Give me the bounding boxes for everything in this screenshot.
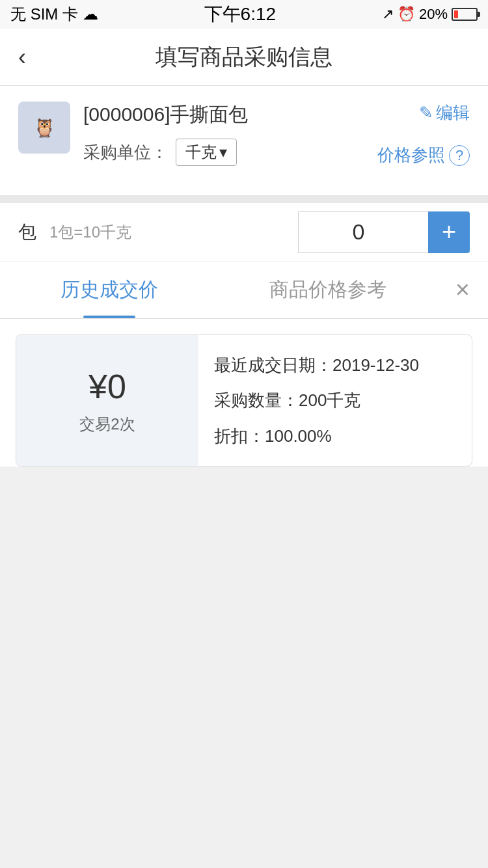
product-info: [0000006]手撕面包 采购单位： 千克 ▾ bbox=[83, 102, 248, 166]
product-thumbnail: 🦉 bbox=[18, 102, 70, 154]
quantity-input[interactable] bbox=[298, 211, 428, 253]
product-header: 🦉 [0000006]手撕面包 采购单位： 千克 ▾ ✎ 编辑 价格参照 bbox=[18, 102, 470, 167]
history-qty: 采购数量：200千克 bbox=[214, 388, 456, 412]
quantity-plus-button[interactable]: + bbox=[428, 211, 470, 253]
history-price-section: ¥0 交易2次 bbox=[16, 335, 198, 466]
history-price-value: ¥0 bbox=[88, 367, 126, 406]
tab-history-price[interactable]: 历史成交价 bbox=[0, 262, 219, 318]
sim-label: 无 SIM 卡 ☁ bbox=[10, 4, 98, 25]
product-thumb-icon: 🦉 bbox=[33, 117, 56, 139]
history-trades-count: 交易2次 bbox=[79, 414, 135, 435]
quantity-unit-note: 1包=10千克 bbox=[49, 222, 285, 243]
panel-tabs: 历史成交价 商品价格参考 × bbox=[0, 262, 488, 319]
chevron-down-icon: ▾ bbox=[219, 143, 227, 161]
price-ref-button[interactable]: 价格参照 ? bbox=[377, 144, 470, 167]
status-right: ↗ ⏰ 20% bbox=[382, 6, 478, 23]
history-card: ¥0 交易2次 最近成交日期：2019-12-30 采购数量：200千克 折扣：… bbox=[16, 334, 472, 467]
edit-button[interactable]: ✎ 编辑 bbox=[419, 102, 470, 124]
location-icon: ↗ bbox=[382, 6, 394, 23]
panel-close-button[interactable]: × bbox=[437, 276, 488, 304]
page-background bbox=[0, 482, 488, 868]
page-title: 填写商品采购信息 bbox=[156, 42, 332, 72]
status-time: 下午6:12 bbox=[204, 2, 277, 27]
product-section: 🦉 [0000006]手撕面包 采购单位： 千克 ▾ ✎ 编辑 价格参照 bbox=[0, 86, 488, 195]
tab-price-reference[interactable]: 商品价格参考 bbox=[219, 262, 437, 318]
product-name: [0000006]手撕面包 bbox=[83, 102, 248, 128]
price-panel: 历史成交价 商品价格参考 × ¥0 交易2次 最近成交日期：2019-12-30… bbox=[0, 262, 488, 467]
history-details-section: 最近成交日期：2019-12-30 采购数量：200千克 折扣：100.00% bbox=[198, 335, 472, 466]
alarm-icon: ⏰ bbox=[398, 6, 415, 23]
battery-pct: 20% bbox=[419, 6, 448, 23]
quantity-unit-label: 包 bbox=[18, 220, 36, 245]
quantity-row: 包 1包=10千克 + bbox=[0, 203, 488, 262]
battery-icon bbox=[452, 8, 478, 21]
status-left: 无 SIM 卡 ☁ bbox=[10, 4, 98, 25]
history-recent-date: 最近成交日期：2019-12-30 bbox=[214, 353, 456, 377]
product-unit-row: 采购单位： 千克 ▾ bbox=[83, 139, 248, 166]
quantity-input-wrap: + bbox=[298, 211, 470, 253]
unit-dropdown[interactable]: 千克 ▾ bbox=[176, 139, 237, 166]
section-divider bbox=[0, 195, 488, 203]
back-button[interactable]: ‹ bbox=[18, 44, 26, 71]
nav-bar: ‹ 填写商品采购信息 bbox=[0, 29, 488, 86]
help-icon: ? bbox=[449, 145, 470, 166]
product-left: 🦉 [0000006]手撕面包 采购单位： 千克 ▾ bbox=[18, 102, 248, 166]
history-discount: 折扣：100.00% bbox=[214, 424, 456, 448]
status-bar: 无 SIM 卡 ☁ 下午6:12 ↗ ⏰ 20% bbox=[0, 0, 488, 29]
edit-icon: ✎ bbox=[419, 103, 433, 123]
unit-label: 采购单位： bbox=[83, 141, 168, 164]
